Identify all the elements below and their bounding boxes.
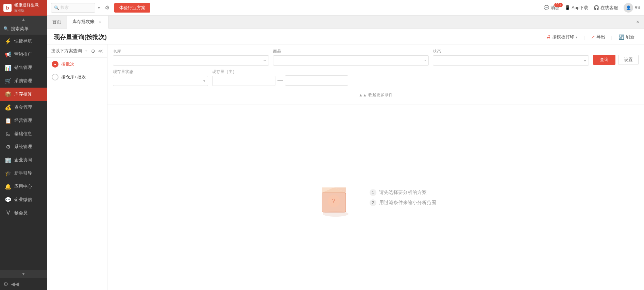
sidebar-item-wechat[interactable]: 💬 企业微信 <box>0 193 47 206</box>
operation-icon: 📋 <box>5 117 12 124</box>
message-icon: 💬 <box>544 5 549 10</box>
warehouse-dots[interactable]: ··· <box>263 57 266 64</box>
settings-icon[interactable]: ⚙ <box>3 281 8 287</box>
warehouse-label: 仓库 <box>113 49 269 54</box>
empty-illustration: ? <box>315 177 356 218</box>
sidebar-brand-info: 畅康通好生意 标准版 <box>14 3 39 13</box>
scheme-item-by-batch[interactable]: ● 按批次 <box>47 58 107 71</box>
user-profile-button[interactable]: 👤 Rit <box>624 3 640 13</box>
sidebar-item-label: 企业协同 <box>14 157 32 163</box>
sidebar-item-member[interactable]: V 畅会员 <box>0 206 47 219</box>
add-scheme-icon[interactable]: ＋ <box>84 48 88 54</box>
sidebar-item-label: 基础信息 <box>14 131 32 137</box>
query-button[interactable]: 查询 <box>593 55 615 65</box>
topbar: 🔍 搜索 ▾ ⚙ 体验行业方案 💬 消息 99+ 📱 App下载 🎧 在线客服 … <box>47 0 644 16</box>
stock-qty-from-input[interactable] <box>212 76 275 86</box>
tab-inventory-batch-label: 库存批次账 <box>72 19 95 25</box>
print-dropdown-icon[interactable]: ▾ <box>576 35 577 39</box>
product-dots[interactable]: ··· <box>423 57 426 64</box>
sidebar-brand-name: 畅康通好生意 <box>14 3 39 8</box>
export-icon: ↗ <box>591 34 595 40</box>
sidebar-edition: 标准版 <box>14 8 39 13</box>
headset-icon: 🎧 <box>594 5 599 10</box>
collapse-more-button[interactable]: ▲▲ 收起更多条件 <box>113 89 639 101</box>
member-icon: V <box>5 210 12 216</box>
topbar-gear-icon[interactable]: ⚙ <box>103 4 112 11</box>
topbar-search-box[interactable]: 🔍 搜索 <box>51 3 95 13</box>
filter-actions: 查询 设置 <box>593 49 639 65</box>
avatar: 👤 <box>624 3 633 13</box>
tab-close-all-button[interactable]: × <box>631 19 644 25</box>
stock-qty-label: 现存量（主） <box>212 69 275 75</box>
collapse-sidebar-icon[interactable]: ◀◀ <box>11 281 19 287</box>
page-content: 现存量查询(按批次) 🖨 按模板打印 ▾ | ↗ 导出 | 🔄 刷新 <box>47 29 644 290</box>
sales-icon: 📊 <box>5 65 12 71</box>
print-button[interactable]: 🖨 按模板打印 ▾ <box>543 33 580 41</box>
scheme-label: 按以下方案查询 <box>51 48 82 54</box>
sidebar-item-apps[interactable]: 🔔 应用中心 <box>0 180 47 193</box>
scheme-panel-actions: ＋ ⊙ ≪ <box>84 48 103 54</box>
sidebar-item-purchase[interactable]: 🛒 采购管理 <box>0 74 47 88</box>
empty-hint-num-2: 2 <box>370 199 376 206</box>
warehouse-input[interactable]: ··· <box>113 55 269 66</box>
sidebar-item-label: 新手引导 <box>14 170 32 176</box>
scheme-inactive-dot <box>52 74 58 80</box>
industry-solution-button[interactable]: 体验行业方案 <box>114 3 150 13</box>
sidebar-item-sales[interactable]: 📊 销售管理 <box>0 61 47 74</box>
guide-icon: 🎓 <box>5 170 12 177</box>
warehouse-filter-field: 仓库 ··· <box>113 49 269 66</box>
scheme-panel-header: 按以下方案查询 ＋ ⊙ ≪ <box>47 44 107 58</box>
collapse-panel-icon[interactable]: ≪ <box>98 48 103 54</box>
sidebar-item-inventory[interactable]: 📦 库存核算 <box>0 88 47 101</box>
product-input[interactable]: ··· <box>273 55 429 66</box>
print-icon: 🖨 <box>546 34 551 40</box>
sidebar-scroll-down[interactable]: ▼ <box>0 270 47 278</box>
app-download-button[interactable]: 📱 App下载 <box>565 5 588 11</box>
tab-close-icon[interactable]: × <box>97 19 103 24</box>
stock-qty-to-input[interactable] <box>285 75 348 86</box>
product-label: 商品 <box>273 49 429 54</box>
export-button[interactable]: ↗ 导出 <box>588 33 608 41</box>
empty-hint-text-1: 请先选择要分析的方案 <box>379 189 427 196</box>
status-dropdown[interactable]: ▾ <box>433 55 589 66</box>
topbar-search-icon: 🔍 <box>54 5 59 10</box>
sidebar-item-system[interactable]: ⚙ 系统管理 <box>0 140 47 153</box>
sidebar-item-enterprise[interactable]: 🏢 企业协同 <box>0 153 47 167</box>
settings-button[interactable]: 设置 <box>618 55 639 65</box>
sidebar-item-label: 资金管理 <box>14 104 32 110</box>
sidebar-item-label: 库存核算 <box>14 91 32 97</box>
product-filter-field: 商品 ··· <box>273 49 429 66</box>
sidebar-item-marketing[interactable]: 📢 营销推广 <box>0 48 47 61</box>
messages-button[interactable]: 💬 消息 99+ <box>544 5 559 11</box>
sidebar-search-menu[interactable]: 🔍 搜索菜单 <box>0 23 47 35</box>
topbar-chevron-icon[interactable]: ▾ <box>98 5 100 10</box>
sidebar-scroll-up[interactable]: ▲ <box>0 16 47 23</box>
sidebar-item-label: 企业微信 <box>14 197 32 203</box>
sidebar-item-operation[interactable]: 📋 经营管理 <box>0 114 47 127</box>
sidebar-item-finance[interactable]: 💰 资金管理 <box>0 101 47 114</box>
stock-status-label: 现存量状态 <box>113 69 208 75</box>
filter-row-1: 仓库 ··· 商品 ··· <box>113 49 639 66</box>
stock-status-dropdown[interactable]: ▾ <box>113 76 208 86</box>
sidebar-item-label: 经营管理 <box>14 117 32 124</box>
sidebar-item-guide[interactable]: 🎓 新手引导 <box>0 167 47 180</box>
settings-scheme-icon[interactable]: ⊙ <box>91 48 95 54</box>
online-support-button[interactable]: 🎧 在线客服 <box>594 5 618 11</box>
collapse-up-icon: ▲▲ <box>359 93 367 97</box>
tabbar: 首页 库存批次账 × × <box>47 16 644 29</box>
sidebar-item-basic[interactable]: 🗂 基础信息 <box>0 127 47 140</box>
refresh-icon: 🔄 <box>618 34 624 40</box>
status-label: 状态 <box>433 49 589 54</box>
collapse-label: 收起更多条件 <box>368 92 393 98</box>
scheme-item-by-warehouse-batch[interactable]: 按仓库+批次 <box>47 71 107 84</box>
sidebar-item-quick-nav[interactable]: ⚡ 快捷导航 <box>0 35 47 48</box>
stock-qty-from-field: 现存量（主） <box>212 69 275 86</box>
sidebar-item-label: 销售管理 <box>14 65 32 71</box>
sidebar-item-label: 采购管理 <box>14 78 32 84</box>
refresh-button[interactable]: 🔄 刷新 <box>616 33 637 41</box>
sidebar-footer: ⚙ ◀◀ <box>0 278 47 290</box>
sidebar-item-label: 快捷导航 <box>14 38 32 44</box>
tab-home[interactable]: 首页 <box>47 16 67 29</box>
username-label: Rit <box>634 5 640 10</box>
tab-inventory-batch[interactable]: 库存批次账 × <box>67 16 108 29</box>
